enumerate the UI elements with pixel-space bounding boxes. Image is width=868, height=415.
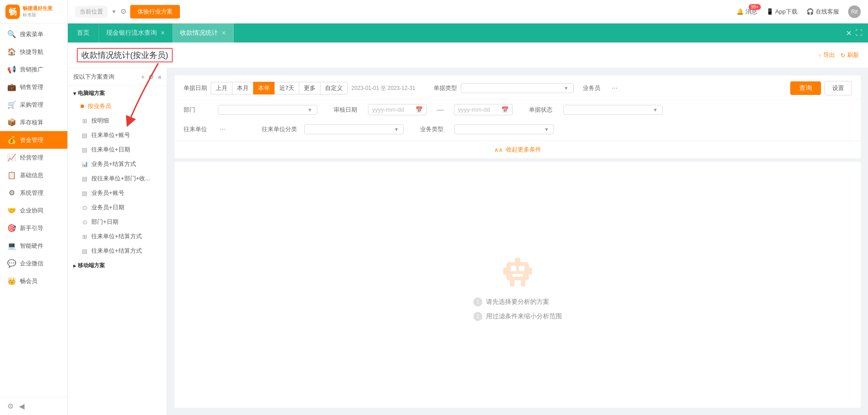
export-button[interactable]: ↑ 导出	[819, 51, 835, 59]
user-avatar[interactable]: Rit	[848, 5, 861, 18]
scheme-add-icon[interactable]: +	[141, 73, 145, 80]
service-icon: 🎧	[807, 8, 814, 15]
date-tab-this-month[interactable]: 本月	[232, 82, 253, 94]
review-date-to[interactable]: yyyy-mm-dd 📅	[454, 104, 513, 115]
page-title: 收款情况统计(按业务员)	[77, 48, 173, 62]
review-date-from[interactable]: yyyy-mm-dd 📅	[368, 104, 427, 115]
operations-icon: 📈	[7, 153, 16, 162]
online-service-button[interactable]: 🎧 在线客服	[807, 8, 839, 16]
scheme-collapse-icon[interactable]: «	[158, 73, 161, 80]
tab-close-all-icon[interactable]: ✕	[846, 29, 852, 38]
scheme-desktop-category: ▾ 电脑端方案	[68, 86, 167, 99]
trial-button[interactable]: 体验行业方案	[130, 5, 180, 19]
scheme-item-salesman-date[interactable]: ⊙ 业务员+日期	[68, 200, 167, 215]
refresh-button[interactable]: ↻ 刷新	[840, 51, 859, 59]
scheme-grid-icon: ⊞	[80, 118, 89, 124]
scheme-item-dept-date[interactable]: ⊙ 部门+日期	[68, 215, 167, 229]
scheme-item-partner-settlement-1[interactable]: ⊞ 往来单位+结算方式	[68, 229, 167, 244]
tab-fullscreen-icon[interactable]: ⛶	[855, 29, 863, 37]
empty-state-area: 1 请先选择要分析的方案 2 用过滤条件来缩小分析范围	[175, 162, 861, 408]
salesman-label: 业务员	[583, 84, 610, 92]
purchase-icon: 🛒	[7, 100, 16, 109]
top-header: 当前位置 ▼ ⚙ 体验行业方案 🔔 消息 99+ 📱 App下载 🎧 在线客服 …	[68, 0, 868, 24]
voucher-type-label: 单据类型	[434, 84, 461, 92]
query-button[interactable]: 查询	[790, 81, 821, 95]
voucher-type-select[interactable]: ▼	[461, 83, 574, 93]
scheme-table-icon-1: ▤	[80, 132, 89, 139]
tab-bank-flow[interactable]: 现金银行流水查询 ✕	[99, 24, 173, 42]
tab-close-bank-flow[interactable]: ✕	[160, 30, 165, 36]
tab-collection-stat[interactable]: 收款情况统计 ✕	[173, 24, 234, 42]
date-tab-last-month[interactable]: 上月	[211, 82, 232, 94]
collapse-sidebar-icon[interactable]: ◀	[19, 402, 24, 410]
sidebar-item-inventory[interactable]: 📦 库存核算	[0, 113, 67, 131]
sidebar-item-quicknav[interactable]: 🏠 快捷导航	[0, 43, 67, 61]
filter-and-content: 按以下方案查询 + ⚙ « ▾ 电脑端方案 按业务员	[68, 68, 868, 415]
breadcrumb-dropdown-icon[interactable]: ▼	[111, 9, 117, 15]
scheme-item-salesman-settlement[interactable]: 📊 业务员+结算方式	[68, 157, 167, 171]
app-download-button[interactable]: 📱 App下载	[766, 8, 797, 16]
counterpart-category-select[interactable]: ▼	[304, 124, 404, 134]
date-tab-custom[interactable]: 自定义	[320, 82, 348, 94]
scheme-gear-icon[interactable]: ⚙	[148, 73, 154, 80]
sidebar-item-marketing[interactable]: 📢 营销推广	[0, 61, 67, 78]
sidebar-item-system[interactable]: ⚙ 系统管理	[0, 184, 67, 202]
header-gear-icon[interactable]: ⚙	[120, 7, 127, 16]
scheme-item-partner-date[interactable]: ▤ 往来单位+日期	[68, 142, 167, 157]
date-tab-7days[interactable]: 近7天	[274, 82, 299, 94]
svg-rect-3	[512, 274, 523, 277]
scheme-item-by-salesman[interactable]: 按业务员	[68, 99, 167, 113]
biz-type-select[interactable]: ▼	[454, 124, 554, 134]
sidebar-item-sales[interactable]: 💼 销售管理	[0, 78, 67, 96]
page-wrapper: 收款情况统计(按业务员) ↑ 导出 ↻ 刷新 按以下方案查询 +	[68, 42, 868, 415]
scheme-mobile-arrow[interactable]: ▸	[73, 263, 76, 269]
settings-button[interactable]: 设置	[825, 81, 852, 95]
sidebar-item-guide[interactable]: 🎯 新手引导	[0, 219, 67, 237]
scheme-table-icon-4: ▤	[80, 190, 89, 197]
sidebar-item-member[interactable]: 👑 畅会员	[0, 272, 67, 290]
hardware-icon: 💻	[7, 241, 16, 250]
sidebar-item-collab[interactable]: 🤝 企业协同	[0, 202, 67, 219]
scheme-item-partner-dept[interactable]: ▤ 按往来单位+部门+收...	[68, 171, 167, 186]
empty-robot-icon	[495, 249, 540, 294]
scheme-item-partner-settlement-2[interactable]: ▤ 往来单位+结算方式	[68, 244, 167, 258]
svg-rect-2	[519, 266, 524, 271]
collapse-filters-button[interactable]: ∧∧ 收起更多条件	[175, 141, 861, 158]
scheme-item-salesman-account[interactable]: ▤ 业务员+账号	[68, 186, 167, 200]
sidebar-item-finance[interactable]: 💰 资金管理	[0, 131, 67, 149]
voucher-status-select[interactable]: ▼	[563, 105, 663, 115]
sidebar-item-search[interactable]: 🔍 搜索菜单	[0, 25, 67, 43]
salesman-more-icon[interactable]: ···	[612, 84, 618, 92]
sidebar-item-basic-info[interactable]: 📋 基础信息	[0, 166, 67, 184]
dept-select[interactable]: ▼	[218, 105, 317, 115]
message-button[interactable]: 🔔 消息 99+	[736, 8, 757, 16]
collab-icon: 🤝	[7, 206, 16, 215]
scheme-item-detail[interactable]: ⊞ 按明细	[68, 113, 167, 128]
counterpart-label: 往来单位	[184, 125, 211, 133]
tab-close-collection-stat[interactable]: ✕	[222, 30, 226, 36]
date-tab-this-year[interactable]: 本年	[253, 82, 274, 94]
scheme-category-arrow[interactable]: ▾	[73, 90, 76, 97]
sidebar-item-purchase[interactable]: 🛒 采购管理	[0, 96, 67, 113]
filter-row-date: 单据日期 上月 本月 本年 近7天	[175, 75, 861, 99]
logo-text: 畅捷通好生意 标准版	[23, 5, 52, 18]
finance-icon: 💰	[7, 136, 16, 144]
empty-tip-2: 2 用过滤条件来缩小分析范围	[473, 312, 562, 321]
settings-bottom-icon[interactable]: ⚙	[7, 402, 14, 410]
dept-label: 部门	[184, 106, 211, 114]
date-tab-more[interactable]: 更多	[299, 82, 320, 94]
scheme-table-icon-5: ▤	[80, 248, 89, 255]
tip-num-2: 2	[473, 312, 482, 321]
header-left: 当前位置 ▼ ⚙ 体验行业方案	[75, 5, 180, 19]
bell-icon: 🔔	[736, 8, 744, 15]
sidebar-item-weixin[interactable]: 💬 企业微信	[0, 255, 67, 272]
scheme-item-partner-account[interactable]: ▤ 往来单位+账号	[68, 128, 167, 142]
counterpart-dots-icon[interactable]: ···	[220, 125, 226, 133]
tab-bar: 首页 现金银行流水查询 ✕ 收款情况统计 ✕ ✕ ⛶	[68, 24, 868, 42]
voucher-status-label: 单据状态	[529, 106, 556, 114]
svg-rect-7	[510, 279, 514, 287]
tab-home[interactable]: 首页	[68, 24, 99, 42]
svg-rect-1	[511, 266, 516, 271]
sidebar-item-hardware[interactable]: 💻 智能硬件	[0, 237, 67, 255]
sidebar-item-operations[interactable]: 📈 经营管理	[0, 149, 67, 166]
